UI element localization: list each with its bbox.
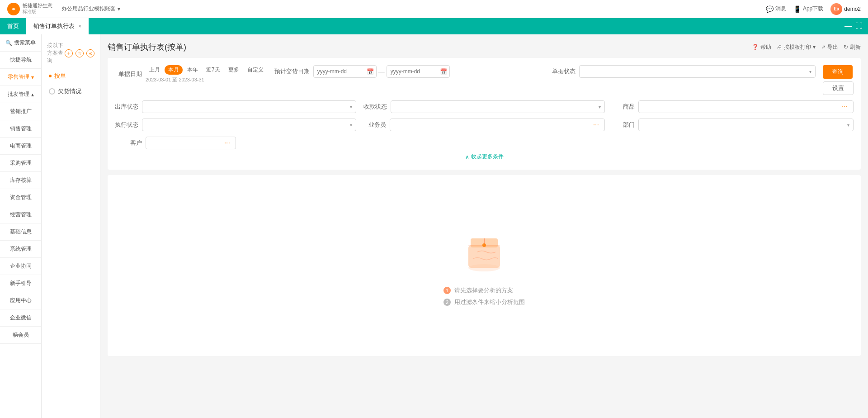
tab-close-icon[interactable]: × [78, 23, 81, 29]
empty-state: 1 请先选择要分析的方案 2 用过滤条件来缩小分析范围 [443, 225, 525, 306]
payment-dropdown[interactable]: ▾ [391, 100, 605, 113]
sidebar-item-enterprise[interactable]: 企业协同 [0, 258, 41, 275]
sidebar-item-inventory[interactable]: 库存核算 [0, 172, 41, 189]
salesman-more-icon[interactable]: ··· [591, 121, 601, 129]
collapse-scheme-btn[interactable]: « [86, 49, 94, 57]
app-center-label: 应用中心 [10, 297, 32, 304]
tip-1-text: 请先选择要分析的方案 [454, 286, 513, 294]
dept-filter: 部门 ▾ [612, 119, 854, 131]
sidebar-item-quick-nav[interactable]: 快捷导航 [0, 52, 41, 69]
sidebar-search[interactable]: 🔍 搜索菜单 [0, 34, 41, 52]
delivery-filter: 出库状态 ▾ [115, 100, 356, 113]
sidebar-item-finance[interactable]: 资金管理 [0, 189, 41, 206]
message-btn[interactable]: 💬 消息 [766, 5, 786, 13]
sidebar-item-system[interactable]: 系统管理 [0, 241, 41, 258]
svg-point-6 [482, 243, 486, 247]
set-button[interactable]: 设置 [823, 81, 854, 95]
operation-label: 经营管理 [10, 211, 32, 218]
date-label: 单据日期 [115, 70, 142, 78]
tip-1-num: 1 [443, 287, 451, 294]
sidebar-item-vip[interactable]: 畅会员 [0, 327, 41, 344]
tab-sales-order[interactable]: 销售订单执行表 × [26, 18, 89, 34]
date-tab-custom[interactable]: 自定义 [244, 65, 267, 75]
date-tab-this-month[interactable]: 本月 [165, 65, 183, 75]
search-button[interactable]: 查询 [823, 65, 853, 79]
delivery-dropdown[interactable]: ▾ [142, 100, 356, 113]
industry-selector[interactable]: 办公用品行业模拟账套 ▾ [61, 5, 120, 13]
add-scheme-btn[interactable]: + [65, 49, 73, 57]
dept-dropdown[interactable]: ▾ [638, 119, 854, 131]
header-left: 畅捷通好生意 标准版 办公用品行业模拟账套 ▾ [7, 3, 120, 15]
settings-scheme-btn[interactable]: ☆ [75, 49, 84, 57]
print-chevron-icon: ▾ [813, 44, 816, 50]
search-icon: 🔍 [5, 40, 12, 46]
goods-dropdown[interactable]: ··· [638, 100, 854, 113]
calendar-icon-start: 📅 [367, 68, 374, 75]
page-title-row: 销售订单执行表(按单) ❓ 帮助 🖨 按模板打印 ▾ ↗ 导出 ↻ 刷新 [108, 42, 861, 52]
sidebar-item-ecommerce[interactable]: 电商管理 [0, 138, 41, 155]
help-btn[interactable]: ❓ 帮助 [752, 43, 771, 51]
sub-sidebar-item-by-debt[interactable]: 欠货情况 [42, 84, 100, 99]
help-label: 帮助 [760, 43, 771, 51]
payment-caret-icon: ▾ [599, 104, 601, 109]
status-dropdown[interactable]: ▾ [579, 65, 816, 78]
message-label: 消息 [775, 5, 786, 13]
main-layout: 🔍 搜索菜单 快捷导航 零售管理 ▾ 批发管理 ▴ 营销推广 销售管理 电商管理… [0, 34, 868, 418]
user-name: demo2 [844, 6, 861, 12]
exec-caret-icon: ▾ [350, 123, 352, 128]
user-area[interactable]: Ea demo2 [830, 3, 861, 15]
sidebar-item-retail[interactable]: 零售管理 ▾ [0, 69, 41, 86]
sidebar-item-purchase[interactable]: 采购管理 [0, 155, 41, 172]
date-tab-7days[interactable]: 近7天 [203, 65, 224, 75]
sidebar-item-basic[interactable]: 基础信息 [0, 223, 41, 241]
status-caret-icon: ▾ [809, 69, 811, 74]
tab-home[interactable]: 首页 [0, 18, 26, 34]
newbie-label: 新手引导 [10, 280, 32, 286]
customer-label: 客户 [115, 139, 142, 147]
date-dash: — [378, 68, 385, 75]
logo-area: 畅捷通好生意 标准版 [7, 3, 52, 15]
customer-more-icon[interactable]: ··· [222, 139, 232, 147]
sidebar-item-newbie[interactable]: 新手引导 [0, 275, 41, 292]
page-actions: ❓ 帮助 🖨 按模板打印 ▾ ↗ 导出 ↻ 刷新 [752, 43, 861, 51]
logo-subtitle: 标准版 [23, 9, 52, 15]
tab-active-label: 销售订单执行表 [33, 22, 75, 30]
date-tab-more[interactable]: 更多 [225, 65, 243, 75]
sidebar-item-wechat[interactable]: 企业微信 [0, 309, 41, 327]
export-btn[interactable]: ↗ 导出 [821, 43, 838, 51]
exec-dropdown[interactable]: ▾ [142, 119, 356, 131]
minimize-icon[interactable]: — [844, 22, 852, 30]
wechat-label: 企业微信 [10, 314, 32, 321]
sub-sidebar: 按以下方案查询 + ☆ « 按单 欠货情况 [42, 34, 100, 418]
goods-more-icon[interactable]: ··· [840, 103, 849, 111]
sidebar-item-sales[interactable]: 销售管理 [0, 120, 41, 138]
sidebar-item-app-center[interactable]: 应用中心 [0, 292, 41, 309]
sidebar: 🔍 搜索菜单 快捷导航 零售管理 ▾ 批发管理 ▴ 营销推广 销售管理 电商管理… [0, 34, 42, 418]
salesman-dropdown[interactable]: ··· [390, 119, 605, 131]
date-tab-last-month[interactable]: 上月 [146, 65, 164, 75]
app-download-btn[interactable]: 📱 App下载 [793, 5, 823, 13]
expected-date-group: 预计交货日期 📅 — 📅 [274, 65, 542, 78]
purchase-label: 采购管理 [10, 160, 32, 166]
sidebar-item-operation[interactable]: 经营管理 [0, 206, 41, 223]
calendar-icon-end: 📅 [440, 68, 447, 75]
expected-date-start-wrap: 📅 [313, 65, 377, 78]
sidebar-item-marketing[interactable]: 营销推广 [0, 103, 41, 120]
nav-tabs: 首页 销售订单执行表 × — ⛶ [0, 18, 868, 34]
print-btn[interactable]: 🖨 按模板打印 ▾ [777, 43, 816, 51]
date-tab-this-year[interactable]: 本年 [184, 65, 202, 75]
print-label: 按模板打印 [784, 43, 811, 51]
sidebar-item-wholesale[interactable]: 批发管理 ▴ [0, 86, 41, 103]
message-icon: 💬 [766, 5, 774, 13]
filter-row-4: 客户 ··· [115, 137, 854, 149]
sub-sidebar-item-by-order[interactable]: 按单 [42, 68, 100, 84]
filter-buttons: 查询 设置 [823, 65, 854, 95]
sub-sidebar-header: 按以下方案查询 + ☆ « [42, 38, 100, 68]
maximize-icon[interactable]: ⛶ [855, 22, 863, 30]
refresh-label: 刷新 [850, 43, 861, 51]
chevron-down-icon: ▾ [31, 74, 34, 81]
vip-label: 畅会员 [13, 332, 29, 338]
collapse-row[interactable]: ∧ 收起更多条件 [115, 151, 854, 162]
refresh-btn[interactable]: ↻ 刷新 [844, 43, 861, 51]
customer-dropdown[interactable]: ··· [146, 137, 236, 149]
